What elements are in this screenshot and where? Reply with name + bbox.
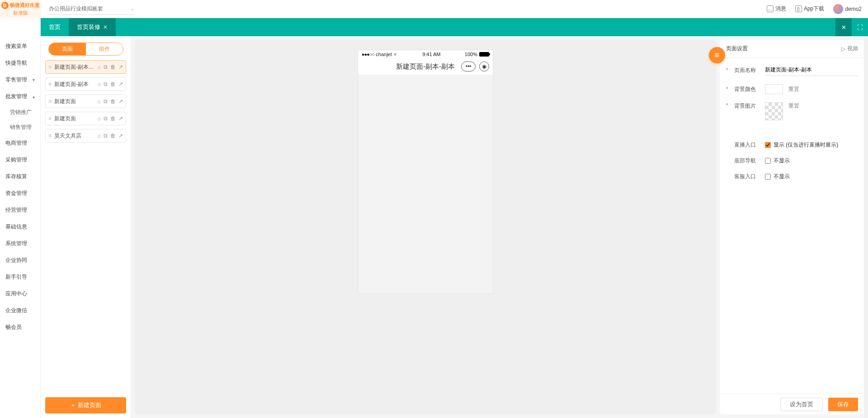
avatar [833,4,843,14]
app-download-link[interactable]: ▯ App下载 [795,5,824,13]
messages-link[interactable]: … 消息 [767,5,786,13]
brand-box: b 畅捷通好生意 标准版 [0,0,41,18]
tab-close-all-button[interactable]: ✕ [835,18,852,36]
tab-decor-label: 首页装修 [77,23,100,31]
account-selector-label: 办公用品行业模拟账套 [49,5,103,13]
brand-name: 畅捷通好生意 [10,2,40,9]
close-icon[interactable]: ✕ [103,24,108,30]
brand-logo: b 畅捷通好生意 [1,2,40,9]
topbar-right: … 消息 ▯ App下载 demo2 [767,4,862,14]
account-selector[interactable]: 办公用品行业模拟账套 ⌄ [49,3,135,15]
tab-decor[interactable]: 首页装修 ✕ [69,18,116,36]
username: demo2 [845,6,862,12]
messages-label: 消息 [775,5,786,13]
phone-icon: ▯ [795,5,802,12]
fullscreen-button[interactable]: ⛶ [852,18,868,36]
brand-icon: b [1,2,9,9]
app-download-label: App下载 [804,5,824,13]
tab-home[interactable]: 首页 [41,18,69,36]
message-icon: … [767,5,774,12]
tab-home-label: 首页 [49,23,61,31]
topbar: b 畅捷通好生意 标准版 办公用品行业模拟账套 ⌄ … 消息 ▯ App下载 d… [0,0,868,18]
tabstrip: 首页 首页装修 ✕ ✕ ⛶ [0,18,868,36]
left-nav: 搜索菜单 快捷导航 零售管理▾ 批发管理▴ 营销推广 销售管理 电商管理 采购管… [0,18,41,36]
user-menu[interactable]: demo2 [833,4,862,14]
chevron-down-icon: ⌄ [130,5,135,12]
tabstrip-tools: ✕ ⛶ [835,18,868,36]
brand-edition: 标准版 [13,10,28,16]
